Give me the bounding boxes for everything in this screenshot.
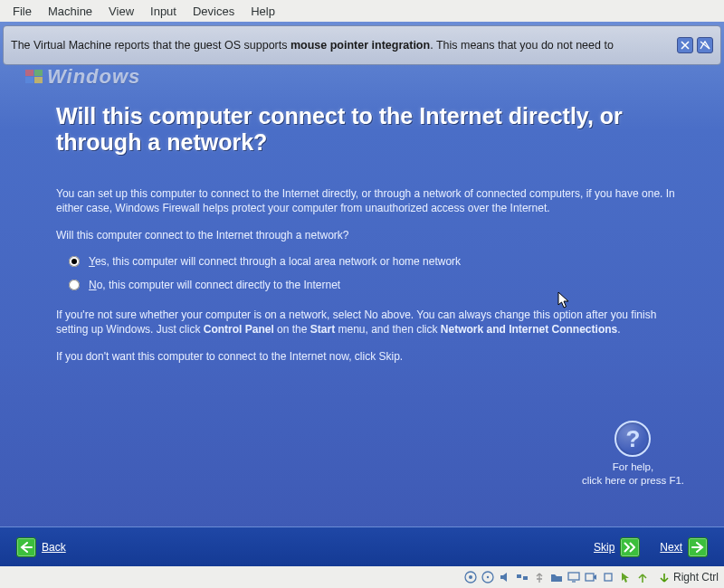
page-title: Will this computer connect to the Intern… <box>56 103 686 156</box>
menu-devices[interactable]: Devices <box>186 3 242 20</box>
svg-rect-9 <box>517 574 521 578</box>
radio-yes-label: Yes, this computer will connect through … <box>89 255 461 268</box>
sb-recording-icon[interactable] <box>584 570 598 584</box>
svg-rect-2 <box>34 70 43 76</box>
svg-point-8 <box>487 576 489 578</box>
radio-no[interactable]: No, this computer will connect directly … <box>69 279 686 291</box>
sb-cpu-icon[interactable] <box>601 570 615 584</box>
sb-shared-folder-icon[interactable] <box>549 570 564 584</box>
arrow-right-icon <box>688 537 708 557</box>
menu-file[interactable]: File <box>5 3 39 20</box>
radio-yes-dot <box>69 256 80 267</box>
menu-machine[interactable]: Machine <box>41 3 100 20</box>
menu-help[interactable]: Help <box>243 3 282 20</box>
radio-yes[interactable]: Yes, this computer will connect through … <box>69 255 686 268</box>
vm-display: The Virtual Machine reports that the gue… <box>0 22 724 566</box>
skip-label: Skip <box>594 541 614 554</box>
menu-view[interactable]: View <box>101 3 141 20</box>
svg-rect-11 <box>568 573 579 580</box>
notification-text-post: . This means that you do not need to <box>430 39 614 52</box>
svg-rect-4 <box>34 77 43 83</box>
hint-paragraph: If you're not sure whether your computer… <box>56 308 686 337</box>
radio-no-label: No, this computer will connect directly … <box>89 279 340 291</box>
intro-paragraph: You can set up this computer to connect … <box>56 186 686 215</box>
sb-network-icon[interactable] <box>515 570 529 584</box>
skip-hint: If you don't want this computer to conne… <box>56 349 686 364</box>
svg-rect-3 <box>25 77 33 83</box>
help-line1: For help, <box>582 460 684 473</box>
sb-usb-icon[interactable] <box>532 570 547 584</box>
hostkey-indicator[interactable]: Right Ctrl <box>658 571 719 583</box>
svg-rect-10 <box>523 576 528 580</box>
help-line2: click here or press F1. <box>582 474 684 487</box>
notification-text-bold: mouse pointer integration <box>291 39 430 52</box>
wizard-footer: Back Skip Next <box>0 526 724 566</box>
next-label: Next <box>660 541 682 554</box>
radio-no-dot <box>69 280 80 290</box>
host-menubar: File Machine View Input Devices Help <box>0 0 724 22</box>
notification-close-icon[interactable] <box>677 37 693 53</box>
sb-display-icon[interactable] <box>567 570 581 584</box>
help-icon[interactable]: ? <box>614 421 651 457</box>
help-block: ? For help, click here or press F1. <box>582 421 684 487</box>
windows-flag-icon <box>25 66 43 81</box>
arrow-left-icon <box>16 537 36 557</box>
svg-point-6 <box>469 575 472 579</box>
sb-keyboard-captured-icon[interactable] <box>635 570 650 584</box>
notification-text-pre: The Virtual Machine reports that the gue… <box>11 39 291 52</box>
sb-hdd-icon[interactable] <box>463 570 478 584</box>
next-button[interactable]: Next <box>660 537 708 557</box>
radio-group: Yes, this computer will connect through … <box>69 255 686 291</box>
sb-optical-icon[interactable] <box>481 570 495 584</box>
skip-button[interactable]: Skip <box>594 537 640 557</box>
svg-rect-13 <box>586 574 594 581</box>
sb-audio-icon[interactable] <box>498 570 512 584</box>
question-text: Will this computer connect to the Intern… <box>56 228 686 242</box>
sb-mouse-integration-icon[interactable] <box>618 570 633 584</box>
notification-text: The Virtual Machine reports that the gue… <box>11 39 614 52</box>
setup-content: Will this computer connect to the Intern… <box>56 103 686 377</box>
host-statusbar: Right Ctrl <box>0 566 724 588</box>
skip-icon <box>620 537 640 557</box>
svg-rect-1 <box>25 70 33 76</box>
notification-bar: The Virtual Machine reports that the gue… <box>3 25 721 65</box>
svg-rect-14 <box>605 574 612 581</box>
brand-windows: Windows <box>47 65 140 88</box>
hostkey-arrow-icon <box>658 571 671 583</box>
back-button[interactable]: Back <box>16 537 66 557</box>
hostkey-label: Right Ctrl <box>673 571 719 583</box>
menu-input[interactable]: Input <box>143 3 184 20</box>
back-label: Back <box>42 541 66 554</box>
notification-suppress-icon[interactable] <box>697 37 713 53</box>
